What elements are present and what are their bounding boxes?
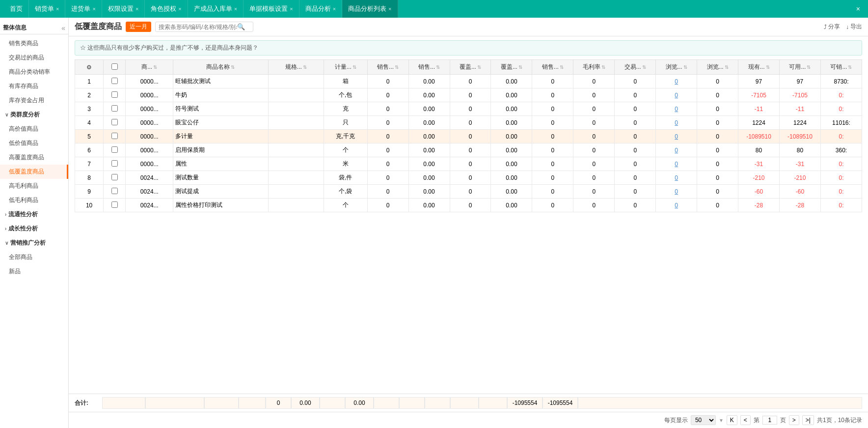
cell-browse1[interactable]: 0 [656,171,697,185]
search-icon[interactable]: 🔍 [237,23,245,30]
th-gross-rate[interactable]: 毛利率⇅ [573,60,615,75]
select-all-checkbox[interactable] [111,63,118,70]
sidebar-item-low-profit[interactable]: 低毛利商品 [0,193,68,207]
cell-browse1[interactable]: 0 [656,116,697,130]
nav-sales-close[interactable]: × [56,6,59,12]
th-current[interactable]: 现有...⇅ [738,60,780,75]
browse-link[interactable]: 0 [675,147,678,154]
sidebar-item-category-rate[interactable]: 商品分类动销率 [0,65,68,79]
sidebar-section-marketing[interactable]: ∨ 营销推广分析 [0,236,68,250]
first-page-button[interactable]: K [727,415,737,425]
sidebar-item-sales-goods[interactable]: 销售类商品 [0,36,68,51]
th-coverage2[interactable]: 覆盖...⇅ [491,60,532,75]
sidebar-section-group[interactable]: ∨ 类群度分析 [0,108,68,122]
cell-browse1[interactable]: 0 [656,199,697,212]
nav-finished-close[interactable]: × [234,6,237,12]
page-number-input[interactable] [762,416,777,425]
nav-roles[interactable]: 角色授权 × [145,0,188,18]
cell-check[interactable] [104,130,126,143]
row-checkbox[interactable] [111,105,118,112]
nav-template-close[interactable]: × [290,6,293,12]
page-size-select[interactable]: 50 100 200 [691,415,716,425]
cell-check[interactable] [104,199,126,212]
th-sales-qty[interactable]: 销售...⇅ [367,60,408,75]
nav-template[interactable]: 单据模板设置 × [244,0,299,18]
sidebar-item-high-coverage[interactable]: 高覆盖度商品 [0,150,68,165]
browse-link[interactable]: 0 [675,202,678,209]
th-available[interactable]: 可用...⇅ [780,60,821,75]
sidebar-item-all-goods[interactable]: 全部商品 [0,250,68,264]
export-button[interactable]: ↓ 导出 [846,23,862,31]
nav-finished[interactable]: 产成品入库单 × [188,0,244,18]
row-checkbox[interactable] [111,160,118,167]
row-checkbox[interactable] [111,188,118,194]
browse-link[interactable]: 0 [675,119,678,126]
sidebar-section-circulation[interactable]: › 流通性分析 [0,207,68,222]
row-checkbox[interactable] [111,174,118,180]
nav-product-analysis[interactable]: 商品分析 × [299,0,342,18]
sidebar-item-high-value[interactable]: 高价值商品 [0,122,68,136]
cell-browse1[interactable]: 0 [656,88,697,102]
cell-browse1[interactable]: 0 [656,75,697,88]
nav-home[interactable]: 首页 [4,0,29,18]
cell-check[interactable] [104,102,126,116]
cell-check[interactable] [104,185,126,199]
sidebar-section-growth[interactable]: › 成长性分析 [0,222,68,236]
cell-browse1[interactable]: 0 [656,102,697,116]
cell-check[interactable] [104,116,126,130]
sidebar-item-high-profit[interactable]: 高毛利商品 [0,179,68,193]
th-sellable[interactable]: 可销...⇅ [820,60,862,75]
cell-browse1[interactable]: 0 [656,157,697,171]
th-sales-amt[interactable]: 销售...⇅ [408,60,450,75]
sidebar-collapse-icon[interactable]: « [61,24,65,32]
nav-product-analysis-close[interactable]: × [333,6,336,12]
cell-check[interactable] [104,88,126,102]
row-checkbox[interactable] [111,119,118,125]
row-checkbox[interactable] [111,146,118,153]
nav-sales[interactable]: 销货单 × [29,0,65,18]
nav-permissions-close[interactable]: × [136,6,138,12]
cell-check[interactable] [104,157,126,171]
cell-check[interactable] [104,75,126,88]
th-sales-rate[interactable]: 销售...⇅ [532,60,573,75]
browse-link[interactable]: 0 [675,106,678,113]
browse-link[interactable]: 0 [675,133,678,140]
sidebar-item-new-goods[interactable]: 新品 [0,264,68,279]
window-close-icon[interactable]: × [852,5,864,13]
th-name[interactable]: 商品名称⇅ [173,60,269,75]
nav-product-analysis-list[interactable]: 商品分析列表 × [342,0,398,18]
share-button[interactable]: ⤴ 分享 [824,23,840,31]
sidebar-item-stock-capital[interactable]: 库存资金占用 [0,93,68,108]
prev-page-button[interactable]: < [740,415,751,425]
nav-roles-close[interactable]: × [178,6,181,12]
row-checkbox[interactable] [111,201,118,208]
browse-link[interactable]: 0 [675,174,678,181]
row-checkbox[interactable] [111,91,118,98]
sidebar-item-stocked-goods[interactable]: 有库存商品 [0,79,68,93]
last-page-button[interactable]: >| [802,415,814,425]
cell-check[interactable] [104,143,126,157]
nav-permissions[interactable]: 权限设置 × [102,0,145,18]
period-button[interactable]: 近一月 [126,22,151,32]
th-browse2[interactable]: 浏览...⇅ [697,60,738,75]
th-browse1[interactable]: 浏览...⇅ [656,60,697,75]
cell-browse1[interactable]: 0 [656,130,697,143]
cell-browse1[interactable]: 0 [656,143,697,157]
row-checkbox[interactable] [111,78,118,84]
nav-purchase[interactable]: 进货单 × [65,0,102,18]
th-spec[interactable]: 规格...⇅ [268,60,324,75]
th-trade[interactable]: 交易...⇅ [615,60,656,75]
th-code[interactable]: 商...⇅ [126,60,173,75]
browse-link[interactable]: 0 [675,188,678,195]
search-input[interactable] [159,24,237,30]
nav-purchase-close[interactable]: × [92,6,95,12]
th-settings[interactable]: ⚙ [75,60,104,75]
sidebar-item-low-coverage[interactable]: 低覆盖度商品 [0,165,68,179]
browse-link[interactable]: 0 [675,161,678,168]
next-page-button[interactable]: > [789,415,799,425]
sidebar-item-traded-goods[interactable]: 交易过的商品 [0,51,68,65]
cell-browse1[interactable]: 0 [656,185,697,199]
nav-product-analysis-list-close[interactable]: × [388,6,391,12]
th-coverage1[interactable]: 覆盖...⇅ [450,60,491,75]
cell-check[interactable] [104,171,126,185]
